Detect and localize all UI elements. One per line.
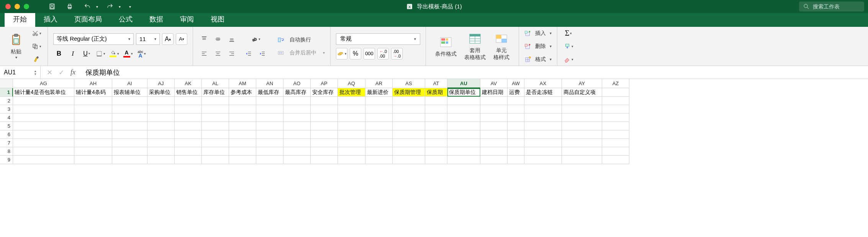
cancel-formula-button[interactable]: ✕ bbox=[47, 68, 52, 77]
cell-AY1[interactable]: 商品自定义项 bbox=[562, 88, 602, 97]
row-header-2[interactable]: 2 bbox=[0, 97, 13, 105]
italic-button[interactable]: I bbox=[67, 48, 79, 59]
cell-AO6[interactable] bbox=[283, 130, 311, 139]
cell-AK2[interactable] bbox=[175, 97, 202, 105]
cell-AY6[interactable] bbox=[562, 130, 602, 139]
insert-cells-button[interactable]: 插入▾ bbox=[524, 28, 552, 39]
cell-AU7[interactable] bbox=[447, 139, 480, 147]
clear-button[interactable]: ▾ bbox=[563, 54, 574, 65]
cell-AU6[interactable] bbox=[447, 130, 480, 139]
col-header-AO[interactable]: AO bbox=[283, 79, 311, 88]
cell-AQ3[interactable] bbox=[338, 105, 365, 114]
cell-AN8[interactable] bbox=[256, 147, 283, 156]
cells-area[interactable]: 辅计量4是否包装单位辅计量4条码报表辅单位采购单位销售单位库存单位参考成本最低库… bbox=[13, 88, 868, 164]
cell-AG7[interactable] bbox=[13, 139, 74, 147]
cell-AT9[interactable] bbox=[425, 156, 447, 164]
align-bottom-button[interactable] bbox=[226, 33, 237, 45]
cell-AG4[interactable] bbox=[13, 114, 74, 122]
cell-AL1[interactable]: 库存单位 bbox=[202, 88, 229, 97]
cell-AG3[interactable] bbox=[13, 105, 74, 114]
tab-审阅[interactable]: 审阅 bbox=[172, 12, 202, 27]
cell-AX9[interactable] bbox=[524, 156, 562, 164]
cell-AO1[interactable]: 最高库存 bbox=[283, 88, 311, 97]
tab-插入[interactable]: 插入 bbox=[35, 12, 66, 27]
cell-AG5[interactable] bbox=[13, 122, 74, 130]
decrease-decimal-button[interactable]: .00→.0 bbox=[391, 48, 403, 59]
cell-AK9[interactable] bbox=[175, 156, 202, 164]
cell-AR2[interactable] bbox=[365, 97, 393, 105]
cell-AQ4[interactable] bbox=[338, 114, 365, 122]
cell-AT1[interactable]: 保质期 bbox=[425, 88, 447, 97]
cell-AI4[interactable] bbox=[112, 114, 147, 122]
col-header-AR[interactable]: AR bbox=[365, 79, 393, 88]
cell-AP6[interactable] bbox=[311, 130, 338, 139]
cell-AN1[interactable]: 最低库存 bbox=[256, 88, 283, 97]
cell-AY9[interactable] bbox=[562, 156, 602, 164]
autosum-button[interactable]: Σ▾ bbox=[563, 28, 574, 39]
cell-AM6[interactable] bbox=[229, 130, 256, 139]
cell-AP9[interactable] bbox=[311, 156, 338, 164]
border-button[interactable]: ▾ bbox=[95, 48, 106, 59]
cell-AN6[interactable] bbox=[256, 130, 283, 139]
cell-AL9[interactable] bbox=[202, 156, 229, 164]
cell-AK3[interactable] bbox=[175, 105, 202, 114]
cell-AM1[interactable]: 参考成本 bbox=[229, 88, 256, 97]
cell-AS7[interactable] bbox=[393, 139, 425, 147]
name-box[interactable]: AU1 ▴▾ bbox=[0, 66, 41, 79]
cell-AM5[interactable] bbox=[229, 122, 256, 130]
cell-AH7[interactable] bbox=[74, 139, 112, 147]
cell-AJ3[interactable] bbox=[147, 105, 175, 114]
cell-AK8[interactable] bbox=[175, 147, 202, 156]
cell-AZ1[interactable] bbox=[602, 88, 629, 97]
align-left-button[interactable] bbox=[198, 48, 210, 59]
fill-color-button[interactable]: ▾ bbox=[108, 48, 120, 59]
cell-AN3[interactable] bbox=[256, 105, 283, 114]
tab-视图[interactable]: 视图 bbox=[202, 12, 233, 27]
col-header-AK[interactable]: AK bbox=[175, 79, 202, 88]
cell-AZ7[interactable] bbox=[602, 139, 629, 147]
cell-AU1[interactable]: 保质期单位 bbox=[447, 88, 480, 97]
cell-AP2[interactable] bbox=[311, 97, 338, 105]
cell-AU4[interactable] bbox=[447, 114, 480, 122]
cell-AN5[interactable] bbox=[256, 122, 283, 130]
fx-button[interactable]: fx bbox=[70, 68, 75, 76]
cell-AR3[interactable] bbox=[365, 105, 393, 114]
font-size-select[interactable]: 11▾ bbox=[136, 33, 160, 45]
cell-AW1[interactable]: 运费 bbox=[508, 88, 524, 97]
col-header-AU[interactable]: AU bbox=[447, 79, 480, 88]
cell-AV7[interactable] bbox=[480, 139, 508, 147]
close-window-button[interactable] bbox=[5, 4, 11, 9]
cell-AK4[interactable] bbox=[175, 114, 202, 122]
row-header-4[interactable]: 4 bbox=[0, 114, 13, 122]
cell-AY8[interactable] bbox=[562, 147, 602, 156]
cell-AL6[interactable] bbox=[202, 130, 229, 139]
cell-AN9[interactable] bbox=[256, 156, 283, 164]
cell-AJ6[interactable] bbox=[147, 130, 175, 139]
cell-AH8[interactable] bbox=[74, 147, 112, 156]
cell-AM2[interactable] bbox=[229, 97, 256, 105]
cell-AR7[interactable] bbox=[365, 139, 393, 147]
enter-formula-button[interactable]: ✓ bbox=[59, 68, 64, 77]
cell-AK1[interactable]: 销售单位 bbox=[175, 88, 202, 97]
cell-AJ9[interactable] bbox=[147, 156, 175, 164]
cell-AL4[interactable] bbox=[202, 114, 229, 122]
cell-AT3[interactable] bbox=[425, 105, 447, 114]
cell-AS8[interactable] bbox=[393, 147, 425, 156]
cell-AI7[interactable] bbox=[112, 139, 147, 147]
cell-AR4[interactable] bbox=[365, 114, 393, 122]
format-painter-button[interactable] bbox=[31, 54, 42, 65]
cell-AW5[interactable] bbox=[508, 122, 524, 130]
cell-AT8[interactable] bbox=[425, 147, 447, 156]
cell-AW8[interactable] bbox=[508, 147, 524, 156]
cell-AZ3[interactable] bbox=[602, 105, 629, 114]
cell-AZ8[interactable] bbox=[602, 147, 629, 156]
cell-AH5[interactable] bbox=[74, 122, 112, 130]
cell-AP1[interactable]: 安全库存 bbox=[311, 88, 338, 97]
cell-AU8[interactable] bbox=[447, 147, 480, 156]
cell-AZ2[interactable] bbox=[602, 97, 629, 105]
cell-AO7[interactable] bbox=[283, 139, 311, 147]
col-header-AI[interactable]: AI bbox=[112, 79, 147, 88]
cell-AO4[interactable] bbox=[283, 114, 311, 122]
cell-AJ8[interactable] bbox=[147, 147, 175, 156]
cell-AR9[interactable] bbox=[365, 156, 393, 164]
